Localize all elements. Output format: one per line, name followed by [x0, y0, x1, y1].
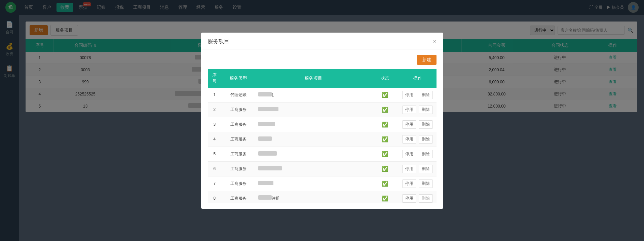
modal-cell-num: 8: [208, 191, 222, 203]
modal-cell-type: 工商服务: [221, 161, 255, 176]
stop-button[interactable]: 停用: [402, 120, 416, 129]
modal-cell-item: [256, 132, 372, 147]
stop-button[interactable]: 停用: [402, 165, 416, 173]
modal-table-row: 2 工商服务 ✅ 停用 删除: [208, 102, 437, 117]
modal-cell-action: 停用 删除: [399, 88, 437, 103]
status-check-icon: ✅: [382, 92, 388, 98]
modal-col-header-status: 状态: [372, 69, 399, 88]
service-items-table: 序号 服务类型 服务项目 状态 操作 1 代理记账 1 ✅: [208, 69, 437, 203]
modal-cell-item: [256, 161, 372, 176]
modal-cell-action: 停用 删除: [399, 161, 437, 176]
stop-button[interactable]: 停用: [402, 135, 416, 144]
modal-cell-type: 代理记账: [221, 88, 255, 103]
modal-table-row: 5 工商服务 ✅ 停用 删除: [208, 147, 437, 161]
stop-button[interactable]: 停用: [402, 194, 416, 203]
modal-cell-type: 工商服务: [221, 191, 255, 203]
modal-cell-status: ✅: [372, 132, 399, 147]
modal-cell-type: 工商服务: [221, 132, 255, 147]
modal-cell-status: ✅: [372, 102, 399, 117]
stop-button[interactable]: 停用: [402, 179, 416, 188]
modal-cell-action: 停用 删除: [399, 147, 437, 161]
modal-cell-type: 工商服务: [221, 117, 255, 132]
delete-button[interactable]: 删除: [419, 165, 433, 173]
modal-body: 新建 序号 服务类型 服务项目 状态 操作: [201, 49, 443, 209]
stop-button[interactable]: 停用: [402, 91, 416, 99]
delete-button[interactable]: 删除: [419, 179, 433, 188]
modal-cell-action: 停用 删除: [399, 176, 437, 191]
status-check-icon: ✅: [382, 196, 388, 201]
modal-cell-item: [256, 102, 372, 117]
modal-cell-num: 5: [208, 147, 222, 161]
modal-title: 服务项目: [208, 38, 229, 45]
modal-col-header-item: 服务项目: [256, 69, 372, 88]
service-items-modal: 服务项目 × 新建 序号 服务类型 服务项目 状态 操作: [201, 33, 443, 209]
modal-cell-num: 2: [208, 102, 222, 117]
modal-cell-action: 停用 删除: [399, 132, 437, 147]
modal-cell-status: ✅: [372, 147, 399, 161]
modal-cell-num: 1: [208, 88, 222, 103]
modal-cell-num: 3: [208, 117, 222, 132]
delete-button[interactable]: 删除: [419, 150, 433, 158]
modal-cell-item: [256, 117, 372, 132]
modal-close-button[interactable]: ×: [433, 38, 437, 45]
delete-button[interactable]: 删除: [419, 120, 433, 129]
modal-cell-status: ✅: [372, 88, 399, 103]
modal-col-header-action: 操作: [399, 69, 437, 88]
modal-table-row: 6 工商服务 ✅ 停用 删除: [208, 161, 437, 176]
delete-button[interactable]: 删除: [419, 106, 433, 114]
modal-cell-type: 工商服务: [221, 147, 255, 161]
delete-button[interactable]: 删除: [419, 135, 433, 144]
modal-table-scroll[interactable]: 序号 服务类型 服务项目 状态 操作 1 代理记账 1 ✅: [208, 69, 437, 203]
modal-table-row: 3 工商服务 ✅ 停用 删除: [208, 117, 437, 132]
stop-button[interactable]: 停用: [402, 106, 416, 114]
modal-cell-item: 1: [256, 88, 372, 103]
status-check-icon: ✅: [382, 107, 388, 113]
modal-table-row: 7 工商服务 ✅ 停用 删除: [208, 176, 437, 191]
modal-toolbar: 新建: [208, 55, 437, 65]
modal-table-row: 1 代理记账 1 ✅ 停用 删除: [208, 88, 437, 103]
status-check-icon: ✅: [382, 136, 388, 142]
modal-cell-type: 工商服务: [221, 102, 255, 117]
delete-button[interactable]: 删除: [419, 194, 433, 203]
modal-cell-num: 6: [208, 161, 222, 176]
status-check-icon: ✅: [382, 181, 388, 187]
modal-cell-num: 4: [208, 132, 222, 147]
stop-button[interactable]: 停用: [402, 150, 416, 158]
status-check-icon: ✅: [382, 166, 388, 172]
modal-cell-item: [256, 147, 372, 161]
modal-cell-status: ✅: [372, 161, 399, 176]
status-check-icon: ✅: [382, 151, 388, 157]
modal-cell-status: ✅: [372, 191, 399, 203]
modal-table-row: 8 工商服务 注册 ✅ 停用 删除: [208, 191, 437, 203]
modal-col-header-num: 序号: [208, 69, 222, 88]
modal-cell-type: 工商服务: [221, 176, 255, 191]
modal-cell-item: 注册: [256, 191, 372, 203]
modal-cell-num: 7: [208, 176, 222, 191]
status-check-icon: ✅: [382, 122, 388, 127]
modal-cell-status: ✅: [372, 176, 399, 191]
modal-cell-status: ✅: [372, 117, 399, 132]
modal-cell-action: 停用 删除: [399, 191, 437, 203]
modal-col-header-type: 服务类型: [221, 69, 255, 88]
modal-new-button[interactable]: 新建: [417, 55, 437, 65]
modal-cell-item: [256, 176, 372, 191]
modal-cell-action: 停用 删除: [399, 102, 437, 117]
modal-table-row: 4 工商服务 ✅ 停用 删除: [208, 132, 437, 147]
delete-button[interactable]: 删除: [419, 91, 433, 99]
modal-header: 服务项目 ×: [201, 33, 443, 49]
modal-cell-action: 停用 删除: [399, 117, 437, 132]
modal-overlay[interactable]: 服务项目 × 新建 序号 服务类型 服务项目 状态 操作: [0, 0, 644, 241]
